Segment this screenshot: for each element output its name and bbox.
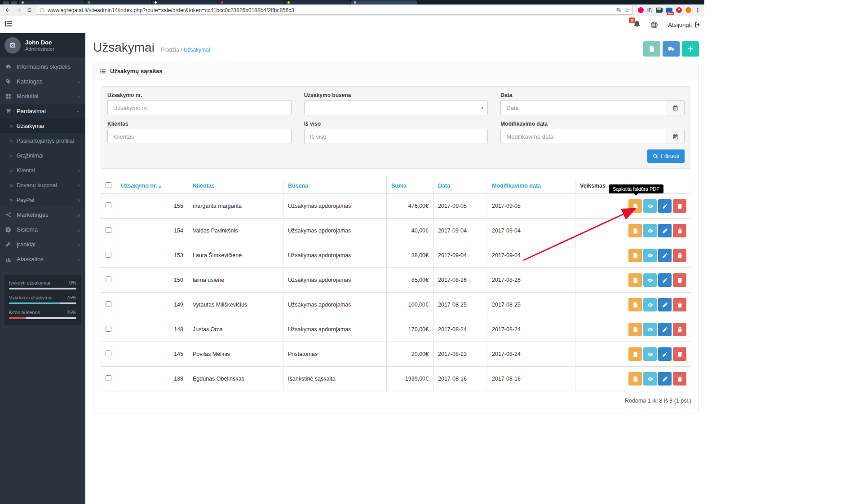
edit-order-button[interactable] [658,347,672,361]
filter-button[interactable]: Filtruoti [647,149,685,163]
browser-menu-button[interactable]: ⋮ [695,7,701,14]
sidebar-subitem-recurring-profiles[interactable]: » Pasikartojantys profiliai [0,133,85,148]
sidebar-item-reports[interactable]: Ataskaitos › [0,252,85,267]
notifications-button[interactable]: 0 [633,20,641,29]
browser-tab[interactable] [19,0,84,4]
sidebar-item-system[interactable]: Sistema › [0,222,85,237]
delete-order-button[interactable] [673,273,686,287]
view-order-button[interactable] [643,347,657,361]
view-order-button[interactable] [643,273,657,287]
logout-button[interactable]: Atsijungti [668,22,701,28]
edit-order-button[interactable] [658,273,672,287]
reload-button[interactable] [25,6,34,14]
row-checkbox[interactable] [106,301,111,307]
row-checkbox[interactable] [106,276,111,282]
sort-total[interactable]: Suma [391,183,407,189]
browser-tab-active[interactable] [351,0,417,4]
filter-total-input[interactable] [304,129,488,144]
row-checkbox[interactable] [106,252,111,258]
view-order-button[interactable] [643,249,657,262]
edit-order-button[interactable] [658,323,672,336]
delete-order-button[interactable] [673,323,686,336]
browser-tab[interactable] [218,0,284,4]
edit-order-button[interactable] [658,372,672,386]
pinned-tab[interactable] [11,1,17,4]
sidebar-item-catalog[interactable]: Katalogas › [0,74,85,89]
sidebar-subitem-returns[interactable]: » Grąžinimai [0,148,85,163]
sidebar-item-sales[interactable]: Pardavimai › [0,104,85,118]
view-order-button[interactable] [643,372,657,386]
forward-button[interactable] [14,6,23,14]
browser-tab[interactable] [285,0,350,4]
orange-extension-icon[interactable] [685,7,691,14]
breadcrumb-current[interactable]: Užsakymai [184,47,210,53]
sort-status[interactable]: Būsena [288,183,308,189]
ip-extension-icon[interactable]: IP, [647,7,652,14]
invoice-pdf-button[interactable] [628,199,642,213]
sort-date[interactable]: Data [438,183,450,189]
sidebar-subitem-gift-vouchers[interactable]: » Dovanų kuponai › [0,178,85,193]
sidebar-subitem-customers[interactable]: » Klientai › [0,163,85,178]
storefront-button[interactable] [650,21,658,29]
delete-order-button[interactable] [673,199,686,213]
sidebar-item-marketing[interactable]: Marketingas › [0,207,85,222]
delete-order-button[interactable] [673,347,686,361]
invoice-pdf-button[interactable] [628,372,642,386]
sidebar-item-dashboard[interactable]: Informacinis skydelis [0,59,85,74]
invoice-pdf-button[interactable] [628,249,642,262]
delete-order-button[interactable] [673,224,686,237]
print-invoice-button[interactable] [643,41,660,57]
view-order-button[interactable] [643,199,657,213]
edit-order-button[interactable] [658,298,672,311]
sidebar-toggle-button[interactable] [4,20,14,30]
red-extension-icon[interactable] [676,7,682,14]
tv-extension-icon[interactable]: New [666,7,672,14]
bookmark-star-icon[interactable] [624,8,629,13]
translate-icon[interactable] [616,8,621,13]
sidebar-item-tools[interactable]: Įrankiai › [0,237,85,252]
delete-order-button[interactable] [673,372,686,386]
edit-order-button[interactable] [658,249,672,262]
sidebar-item-modules[interactable]: Moduliai › [0,89,85,104]
invoice-pdf-button[interactable] [628,224,642,237]
invoice-pdf-button[interactable] [628,347,642,361]
view-order-button[interactable] [643,224,657,237]
delete-order-button[interactable] [673,249,686,262]
filter-order-no-input[interactable] [107,100,292,115]
invoice-pdf-button[interactable] [628,298,642,311]
pinned-tab[interactable] [3,1,9,4]
invoice-pdf-button[interactable] [628,323,642,336]
sort-order-no[interactable]: Užsakymo nr.▴ [121,183,161,189]
delete-order-button[interactable] [673,298,686,311]
row-checkbox[interactable] [106,326,111,332]
color-picker-extension-icon[interactable] [638,7,644,14]
select-all-checkbox[interactable] [106,182,111,188]
browser-tab[interactable] [152,0,217,4]
add-order-button[interactable] [682,41,699,57]
print-shipping-list-button[interactable] [663,41,680,57]
row-checkbox[interactable] [106,375,111,381]
date-picker-button[interactable] [667,100,685,115]
sort-modified[interactable]: Modifikavimo data [492,183,541,189]
invoice-pdf-button[interactable] [628,273,642,287]
date-picker-button[interactable] [667,129,685,144]
filter-customer-input[interactable] [107,129,292,144]
row-checkbox[interactable] [106,202,111,208]
order-status-select[interactable] [304,100,488,115]
sort-customer[interactable]: Klientas [193,183,215,189]
edit-order-button[interactable] [658,224,672,237]
sidebar-subitem-orders[interactable]: » Užsakymai [0,118,85,133]
row-checkbox[interactable] [106,351,111,356]
sidebar-subitem-paypal[interactable]: » PayPal › [0,193,85,207]
filter-date-input[interactable] [500,100,667,115]
url-bar[interactable]: www.agregatai.lt/siteadmin14/index.php?r… [36,6,633,15]
view-order-button[interactable] [643,323,657,336]
browser-tab[interactable] [85,0,151,4]
back-button[interactable] [4,6,12,14]
page-info-icon[interactable] [40,8,44,13]
view-order-button[interactable] [643,298,657,311]
filter-modified-input[interactable] [500,129,667,144]
edit-order-button[interactable] [658,199,672,213]
row-checkbox[interactable] [106,227,111,233]
screen-capture-extension-icon[interactable] [656,7,663,14]
